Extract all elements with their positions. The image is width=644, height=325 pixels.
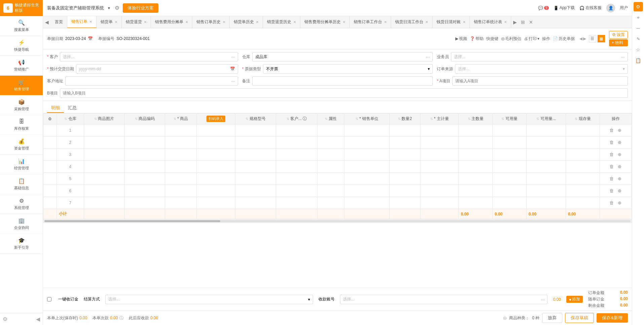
sidebar-item-system[interactable]: ⚙系统管理 [0,194,43,214]
tab-9[interactable]: 销售订单工作台✕ [350,16,391,28]
row-copy-2[interactable]: ⊕ [616,139,623,146]
row-delete-5[interactable]: 🗑 [608,175,615,182]
tab-close-5[interactable]: ✕ [223,20,225,24]
tab-8[interactable]: 销售费用分摊单历史✕ [300,16,350,28]
tab-close-all-btn[interactable]: ✕ [527,16,535,28]
sort-icon-customer_code[interactable]: ⇅ [287,117,289,121]
customer-input[interactable]: 选择... ··· [60,52,238,62]
app-download-btn[interactable]: 📱 App下载 [554,5,575,11]
sort-icon-spec[interactable]: ⇅ [245,117,248,121]
profit-btn[interactable]: ◎ 毛利预估 [501,36,521,42]
sidebar-item-guide[interactable]: 🎓新手引导 [0,234,43,254]
tab-close-10[interactable]: ✕ [425,20,428,24]
user-avatar[interactable]: 👤 [606,4,615,12]
tab-3[interactable]: 销货退货✕ [122,16,151,28]
next-record-icon[interactable]: ▶ [583,36,586,41]
horizontal-scrollbar[interactable] [43,219,632,223]
row-delete-4[interactable]: 🗑 [608,163,615,170]
add-material-btn[interactable]: + 物料 [609,39,628,46]
tab-7[interactable]: 销货退货历史✕ [263,16,300,28]
tab-1[interactable]: 销售订单✕ [67,16,97,28]
sort-icon-available[interactable]: ⇅ [501,117,504,121]
sidebar-item-inventory[interactable]: 🗄库存核算 [0,115,43,135]
online-service-btn[interactable]: 🎧 在线客服 [579,5,602,11]
delivery-input[interactable]: yyyy-mm-dd 📅 [76,64,238,74]
row-delete-7[interactable]: 🗑 [608,200,615,206]
salesperson-dots-btn[interactable]: ··· [621,54,625,59]
grid-view-btn[interactable]: ▦ [598,35,605,42]
right-panel-icon-1[interactable]: ⚙ [634,2,643,11]
row-delete-6[interactable]: 🗑 [608,188,615,194]
tab-close-8[interactable]: ✕ [343,20,345,24]
invoice-select[interactable]: 不开票 ▾ [263,64,433,74]
discard-btn[interactable]: 放弃 [542,313,562,323]
sidebar-item-operations[interactable]: 📊经营管理 [0,155,43,174]
scan-btn[interactable]: 扫码录入 [206,116,225,122]
tab-close-3[interactable]: ✕ [144,20,147,24]
calendar-icon[interactable]: 📅 [88,36,93,41]
address-dots-btn[interactable]: ··· [231,78,235,84]
sort-icon-main_qty[interactable]: ⇅ [468,117,470,121]
row-copy-6[interactable]: ⊕ [616,188,623,194]
sort-icon-product[interactable]: ⇅ [174,117,176,121]
tab-prev-btn[interactable]: ◀ [43,16,51,28]
right-panel-icon-6[interactable]: 📋 [634,56,643,65]
sidebar-item-marketing[interactable]: 📢营销推广 [0,56,43,76]
print-dropdown-icon[interactable]: ▾ [537,36,539,41]
save-new-btn[interactable]: 保存&新增 [597,313,628,323]
gear-col-icon[interactable]: ⚙ [48,117,52,121]
sidebar-item-basic-info[interactable]: 📋基础信息 [0,174,43,194]
tab-4[interactable]: 销售费用分摊单✕ [151,16,192,28]
sidebar-item-sales[interactable]: 🛒销售管理 [0,76,43,95]
right-panel-icon-2[interactable]: + [634,13,643,22]
prev-record-icon[interactable]: ◀ [579,36,582,41]
shortcut-btn[interactable]: 快捷键 [486,36,498,42]
system-dropdown[interactable]: ▾ [108,6,110,10]
sidebar-item-purchase[interactable]: 📦采购管理 [0,95,43,115]
order-source-input[interactable]: 选择... ▾ [455,64,628,74]
tab-close-9[interactable]: ✕ [384,20,387,24]
tab-close-4[interactable]: ✕ [185,20,188,24]
tab-2[interactable]: 销货单✕ [97,16,122,28]
row-copy-5[interactable]: ⊕ [616,175,623,182]
footer-add-btn[interactable]: ● 添加 [566,296,583,303]
sort-icon-qty2[interactable]: ⇅ [398,117,401,121]
salesperson-input[interactable]: 选择... ··· [451,52,628,62]
calendar2-icon[interactable]: 📅 [230,67,235,71]
tab-11[interactable]: 钱货日清对账✕ [432,16,470,28]
detail-tab-0[interactable]: 明细 [47,104,64,113]
row-delete-1[interactable]: 🗑 [608,127,615,134]
warehouse-dots-btn[interactable]: ··· [426,54,430,59]
sort-icon-stock[interactable]: ⇅ [575,117,577,121]
sort-icon-warehouse[interactable]: ⇅ [64,117,67,121]
experience-btn[interactable]: 体验行业方案 [123,3,158,13]
settings-btn[interactable]: ⚙ 设置 [609,31,628,39]
account-select[interactable]: 选择... ··· [340,295,548,304]
right-panel-icon-5[interactable]: ☆ [634,45,643,54]
save-draft-btn[interactable]: 保存草稿 [565,313,594,323]
tab-5[interactable]: 销售订单历史✕ [192,16,230,28]
warehouse-input[interactable]: 成品库 ··· [252,52,433,62]
sidebar-item-quick-nav[interactable]: ⚡快捷导航 [0,36,43,56]
help-btn[interactable]: ❓ 帮助 [470,36,484,42]
print-btn[interactable]: 🖨 打印 ▾ [524,36,539,42]
topbar-settings-icon[interactable]: ⚙ [115,5,119,11]
message-btn[interactable]: 💬 9 [538,6,549,10]
tab-next-btn[interactable]: ▶ [511,16,519,28]
sort-icon-image[interactable]: ⇅ [94,117,97,121]
row-copy-7[interactable]: ⊕ [616,200,623,206]
tab-close-1[interactable]: ✕ [89,20,92,24]
row-delete-2[interactable]: 🗑 [608,139,615,146]
payment-method-select[interactable]: 选择... ▾ [105,295,313,304]
one-click-checkbox[interactable] [47,297,51,301]
row-copy-1[interactable]: ⊕ [616,127,623,134]
sidebar-item-enterprise[interactable]: 🏢企业协同 [0,214,43,234]
history-btn[interactable]: 📄 历史单据 [553,36,575,42]
row-delete-3[interactable]: 🗑 [608,151,615,158]
sort-icon-available2[interactable]: ⇅ [536,117,539,121]
a-project-input[interactable] [452,76,628,86]
tab-6[interactable]: 销货单历史✕ [230,16,263,28]
sidebar-item-search[interactable]: 🔍搜索菜单 [0,16,43,36]
sidebar-settings-icon[interactable]: ⚙ [3,316,7,322]
account-dots-btn[interactable]: ··· [541,297,545,302]
